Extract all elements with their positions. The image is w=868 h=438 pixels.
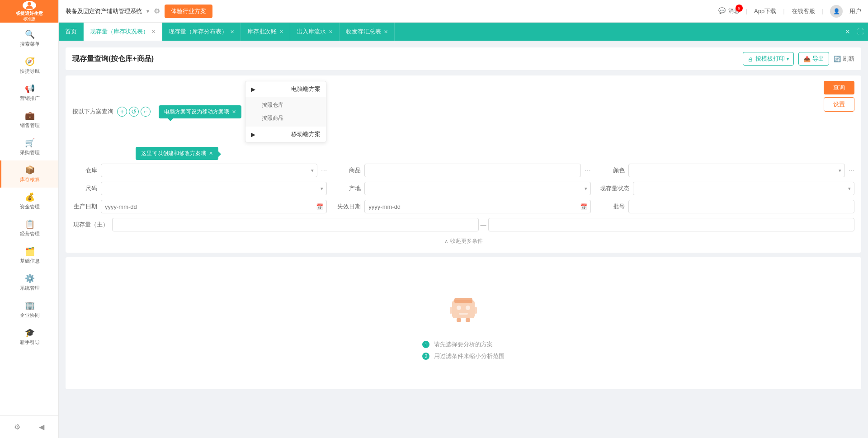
basic-icon: 🗂️ <box>25 246 35 256</box>
page-header-actions: 🖨 按模板打印 ▾ 📤 导出 🔄 刷新 <box>743 52 854 66</box>
inv-main-from[interactable] <box>112 218 479 231</box>
sidebar-nav: 🔍 搜索菜单 🧭 快捷导航 📢 营销推广 💼 销售管理 🛒 采购管理 📦 库存核… <box>0 23 58 415</box>
filter-label: 按以下方案查询 <box>72 108 113 116</box>
color-select[interactable] <box>628 164 845 177</box>
filter-row-1: 仓库 ··· 商品 ··· 颜色 ··· <box>72 164 854 177</box>
system-dropdown-btn[interactable]: ▾ <box>146 8 149 14</box>
scheme-sub-goods[interactable]: 按照商品 <box>256 112 326 125</box>
export-btn[interactable]: 📤 导出 <box>798 52 829 66</box>
filter-color: 颜色 ··· <box>600 164 854 177</box>
notification-btn[interactable]: 💬 9 消息 <box>718 7 739 15</box>
online-support-btn[interactable]: 在线客服 <box>792 7 815 15</box>
sidebar-item-label: 基础信息 <box>20 258 40 264</box>
collapse-bar[interactable]: ∧ 收起更多条件 <box>72 235 854 247</box>
tab-batch-ledger-close[interactable]: ✕ <box>279 29 283 34</box>
back-btn[interactable]: ← <box>141 107 151 117</box>
sidebar-item-search[interactable]: 🔍 搜索菜单 <box>0 25 58 52</box>
color-select-wrap <box>628 164 845 177</box>
sidebar-item-basic[interactable]: 🗂️ 基础信息 <box>0 242 58 269</box>
warehouse-more[interactable]: ··· <box>321 166 327 174</box>
add-scheme-btn[interactable]: + <box>117 107 127 117</box>
sidebar-item-finance[interactable]: 💰 资金管理 <box>0 188 58 215</box>
svg-rect-7 <box>475 307 477 314</box>
sidebar-item-guide[interactable]: 🎓 新手引导 <box>0 323 58 350</box>
filter-actions: + ↺ ← <box>117 107 151 117</box>
goods-label: 商品 <box>336 166 361 174</box>
sidebar-item-operation[interactable]: 📋 经营管理 <box>0 215 58 242</box>
main-content: 装备及固定资产辅助管理系统 ▾ ⚙ 体验行业方案 💬 9 消息 | App下载 … <box>59 0 868 438</box>
empty-tip-2-text: 用过滤条件来缩小分析范围 <box>434 353 505 359</box>
sidebar-collapse-btn[interactable]: ◀ <box>37 420 47 433</box>
empty-tip-1: 1 请先选择要分析的方案 <box>422 339 505 350</box>
expiry-date-input[interactable] <box>364 200 590 213</box>
goods-more[interactable]: ··· <box>585 166 590 174</box>
filter-prod-date: 生产日期 <box>72 200 327 213</box>
sidebar-item-quicknav[interactable]: 🧭 快捷导航 <box>0 52 58 79</box>
tabbar-right: ✕ ⛶ <box>843 26 868 38</box>
tab-inventory-status-close[interactable]: ✕ <box>151 29 156 34</box>
setup-btn[interactable]: 设置 <box>824 97 854 112</box>
tab-in-out-flow[interactable]: 出入库流水 ✕ <box>290 23 340 41</box>
size-select[interactable] <box>101 182 327 195</box>
scheme-selector: 电脑方案可设为移动方案哦 ✕ <box>159 105 241 118</box>
sidebar-item-enterprise[interactable]: 🏢 企业协同 <box>0 296 58 323</box>
filter-batch: 批号 <box>600 200 854 213</box>
tab-receive-summary[interactable]: 收发存汇总表 ✕ <box>340 23 395 41</box>
query-btn[interactable]: 查询 <box>824 81 854 94</box>
filter-expiry-date: 失效日期 <box>336 200 590 213</box>
sidebar-logo: 畅捷通好生意 标准版 <box>0 0 58 23</box>
prod-date-input[interactable] <box>101 200 327 213</box>
sidebar-item-label: 新手引导 <box>20 339 40 346</box>
svg-rect-8 <box>457 318 461 322</box>
collapse-label: 收起更多条件 <box>450 237 483 245</box>
topbar-settings-btn[interactable]: ⚙ <box>154 7 160 15</box>
tip-dot-2: 2 <box>422 353 429 360</box>
template-print-btn[interactable]: 🖨 按模板打印 ▾ <box>743 52 794 66</box>
sidebar-item-marketing[interactable]: 📢 营销推广 <box>0 79 58 106</box>
sidebar-item-inventory[interactable]: 📦 库存核算 <box>0 160 58 188</box>
scheme-desktop-label: 电脑端方案 <box>291 85 321 93</box>
inv-main-to[interactable] <box>488 218 855 231</box>
tab-in-out-flow-close[interactable]: ✕ <box>329 29 333 34</box>
inv-status-select[interactable] <box>633 182 854 195</box>
origin-select[interactable] <box>364 182 590 195</box>
tab-batch-ledger[interactable]: 库存批次账 ✕ <box>241 23 290 41</box>
sidebar-item-label: 系统管理 <box>20 285 40 292</box>
tab-inventory-dist-close[interactable]: ✕ <box>230 29 234 34</box>
scheme-tooltip2-close[interactable]: ✕ <box>209 151 213 156</box>
tabbar-expand-btn[interactable]: ⛶ <box>855 26 866 38</box>
svg-point-0 <box>27 2 31 5</box>
tab-receive-summary-label: 收发存汇总表 <box>346 28 381 36</box>
goods-input[interactable] <box>364 164 581 177</box>
color-more[interactable]: ··· <box>849 166 854 174</box>
sidebar-item-system[interactable]: ⚙️ 系统管理 <box>0 269 58 296</box>
topbar-left: 装备及固定资产辅助管理系统 ▾ ⚙ 体验行业方案 <box>66 5 212 18</box>
filter-origin: 产地 <box>336 182 590 195</box>
sidebar: 畅捷通好生意 标准版 🔍 搜索菜单 🧭 快捷导航 📢 营销推广 💼 销售管理 🛒… <box>0 0 59 438</box>
app-download-btn[interactable]: App下载 <box>754 7 776 15</box>
purchase-icon: 🛒 <box>25 138 35 148</box>
scheme-item-desktop[interactable]: ▶ 电脑端方案 <box>245 81 326 97</box>
trial-btn[interactable]: 体验行业方案 <box>165 5 212 18</box>
tabbar-close-btn[interactable]: ✕ <box>843 26 853 38</box>
sidebar-item-sales[interactable]: 💼 销售管理 <box>0 106 58 133</box>
tab-receive-summary-close[interactable]: ✕ <box>384 29 388 34</box>
warehouse-select[interactable] <box>101 164 317 177</box>
tab-batch-ledger-label: 库存批次账 <box>247 28 277 36</box>
sidebar-settings-btn[interactable]: ⚙ <box>12 420 23 433</box>
tab-home[interactable]: 首页 <box>59 23 84 41</box>
scheme-sub-warehouse[interactable]: 按照仓库 <box>256 99 326 112</box>
sidebar-item-purchase[interactable]: 🛒 采购管理 <box>0 133 58 160</box>
scheme-tooltip-close[interactable]: ✕ <box>232 109 236 115</box>
refresh-btn[interactable]: 🔄 刷新 <box>834 55 854 63</box>
scheme-item-mobile[interactable]: ▶ 移动端方案 <box>245 127 326 142</box>
scheme-dropdown: ▶ 电脑端方案 按照仓库 按照商品 ▶ 移动端方案 <box>245 81 326 142</box>
reset-btn[interactable]: ↺ <box>129 107 139 117</box>
tab-inventory-dist[interactable]: 现存量（库存分布表） ✕ <box>162 23 241 41</box>
sep1: | <box>746 8 747 14</box>
batch-input[interactable] <box>628 200 854 213</box>
user-label[interactable]: 用户 <box>849 7 861 15</box>
tab-inventory-status[interactable]: 现存量（库存状况表） ✕ <box>84 23 162 41</box>
expiry-date-label: 失效日期 <box>336 203 361 211</box>
warehouse-label: 仓库 <box>72 166 97 174</box>
